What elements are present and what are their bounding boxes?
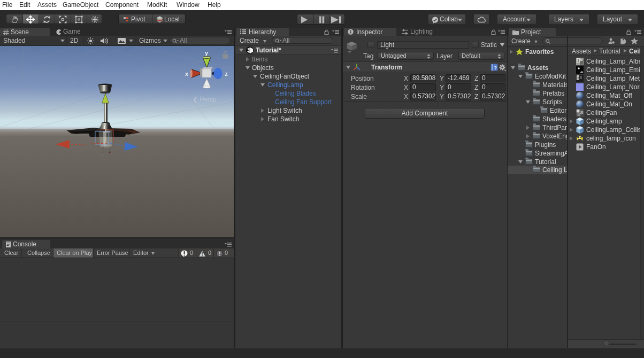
svg-text:z: z — [225, 71, 228, 77]
svg-text:❮ Persp: ❮ Persp — [193, 96, 217, 103]
svg-text:?: ? — [494, 65, 497, 71]
svg-text:y: y — [205, 50, 209, 56]
svg-text:x: x — [185, 71, 189, 77]
